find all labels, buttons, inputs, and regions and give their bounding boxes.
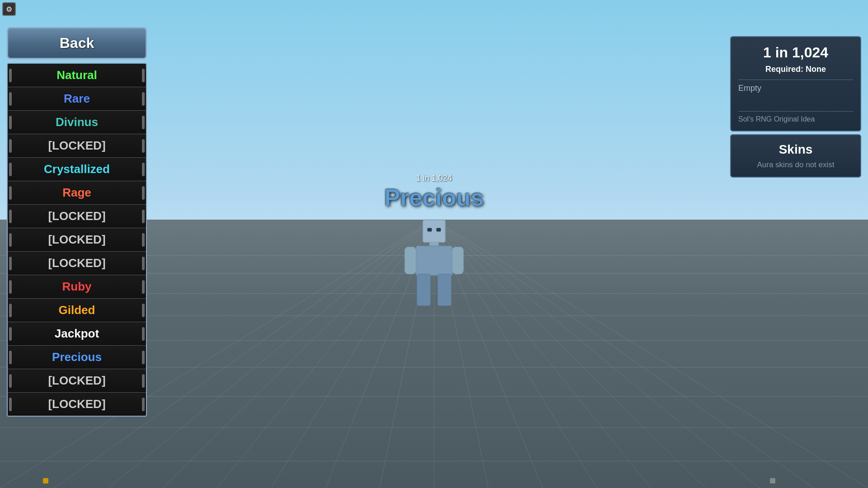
- info-panel: 1 in 1,024 Required: None Empty Sol's RN…: [730, 36, 861, 131]
- settings-icon[interactable]: ⚙: [2, 2, 16, 16]
- aura-item-ruby[interactable]: Ruby: [8, 275, 146, 299]
- aura-item-divinus[interactable]: Divinus: [8, 111, 146, 134]
- aura-label-rage: Rage: [62, 186, 91, 199]
- aura-item-jackpot[interactable]: Jackpot: [8, 322, 146, 346]
- aura-label-jackpot: Jackpot: [55, 327, 99, 340]
- character-svg: [398, 216, 470, 315]
- aura-item-locked4[interactable]: [LOCKED]: [8, 252, 146, 275]
- aura-item-locked6[interactable]: [LOCKED]: [8, 393, 146, 416]
- aura-item-natural[interactable]: Natural: [8, 64, 146, 87]
- aura-label-precious: Precious: [52, 350, 102, 364]
- aura-item-rare[interactable]: Rare: [8, 87, 146, 111]
- aura-label-natural: Natural: [57, 68, 97, 82]
- aura-item-crystallized[interactable]: Crystallized: [8, 158, 146, 181]
- svg-rect-29: [416, 246, 452, 276]
- aura-item-locked2[interactable]: [LOCKED]: [8, 205, 146, 228]
- aura-label-locked1: [LOCKED]: [48, 139, 105, 152]
- character-container: 1 in 1,024 Precious: [384, 174, 484, 315]
- bottom-left-indicator: [43, 478, 48, 483]
- aura-label-ruby: Ruby: [62, 280, 92, 293]
- right-panel: 1 in 1,024 Required: None Empty Sol's RN…: [730, 36, 861, 178]
- aura-item-precious[interactable]: Precious: [8, 346, 146, 369]
- aura-label-locked6: [LOCKED]: [48, 397, 105, 411]
- svg-rect-34: [427, 228, 432, 232]
- info-divider2: [738, 111, 853, 112]
- info-rarity: 1 in 1,024: [738, 44, 853, 61]
- svg-rect-33: [438, 274, 451, 306]
- back-button[interactable]: Back: [7, 27, 147, 59]
- aura-list: NaturalRareDivinus[LOCKED]CrystallizedRa…: [7, 63, 147, 417]
- aura-item-rage[interactable]: Rage: [8, 181, 146, 205]
- info-required: Required: None: [738, 65, 853, 74]
- info-credit: Sol's RNG Original Idea: [738, 115, 853, 123]
- aura-name-label: Precious: [384, 184, 484, 211]
- aura-label-divinus: Divinus: [56, 115, 98, 129]
- info-empty: Empty: [738, 84, 853, 93]
- aura-label-rare: Rare: [64, 92, 90, 105]
- aura-label-locked5: [LOCKED]: [48, 374, 105, 387]
- info-divider: [738, 80, 853, 80]
- aura-label-locked4: [LOCKED]: [48, 256, 105, 270]
- svg-rect-30: [405, 247, 416, 274]
- svg-rect-27: [423, 220, 445, 243]
- skins-panel: Skins Aura skins do not exist: [730, 134, 861, 178]
- aura-rarity-small: 1 in 1,024: [416, 174, 452, 183]
- aura-label-gilded: Gilded: [59, 303, 95, 317]
- aura-item-locked5[interactable]: [LOCKED]: [8, 369, 146, 393]
- aura-item-gilded[interactable]: Gilded: [8, 299, 146, 322]
- left-sidebar: Back NaturalRareDivinus[LOCKED]Crystalli…: [7, 27, 147, 417]
- svg-rect-32: [417, 274, 430, 306]
- aura-label-crystallized: Crystallized: [44, 162, 110, 176]
- aura-item-locked3[interactable]: [LOCKED]: [8, 228, 146, 252]
- skins-title: Skins: [738, 142, 853, 157]
- svg-rect-35: [436, 228, 441, 232]
- aura-label-locked2: [LOCKED]: [48, 209, 105, 223]
- svg-rect-31: [452, 247, 463, 274]
- bottom-right-indicator: [770, 478, 775, 483]
- aura-label-locked3: [LOCKED]: [48, 233, 105, 246]
- aura-item-locked1[interactable]: [LOCKED]: [8, 134, 146, 158]
- skins-description: Aura skins do not exist: [738, 160, 853, 169]
